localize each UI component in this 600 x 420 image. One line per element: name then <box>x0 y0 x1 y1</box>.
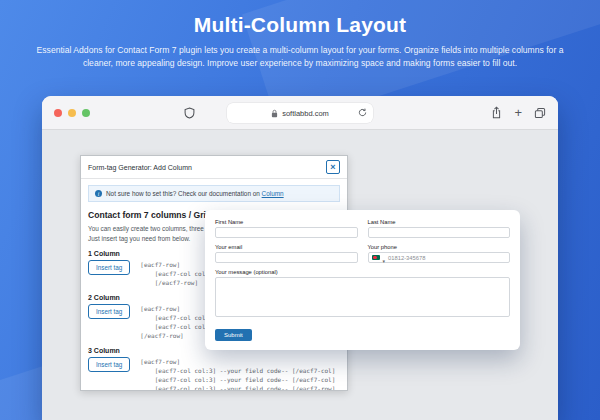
bangladesh-flag-icon <box>372 255 380 261</box>
insert-tag-button[interactable]: Insert tag <box>88 357 130 372</box>
page: Multi-Column Layout Essential Addons for… <box>0 0 600 420</box>
browser-toolbar: softlabbd.com <box>42 96 558 130</box>
share-icon[interactable] <box>491 106 502 119</box>
message-textarea[interactable] <box>215 277 510 317</box>
phone-input[interactable]: 01812-345678 <box>368 252 511 263</box>
zoom-window-button[interactable] <box>82 109 90 117</box>
page-title: Multi-Column Layout <box>0 13 600 37</box>
browser-content: Form-tag Generator: Add Column × Not sur… <box>42 130 558 420</box>
tab-overview-icon[interactable] <box>534 107 546 119</box>
message-field: Your message (optional) <box>215 269 510 317</box>
last-name-field: Last Name <box>368 219 511 238</box>
reload-icon[interactable] <box>358 108 367 117</box>
modal-title: Form-tag Generator: Add Column <box>88 164 192 171</box>
close-window-button[interactable] <box>54 109 62 117</box>
email-label: Your email <box>215 244 358 250</box>
notice-text: Not sure how to set this? Check our docu… <box>106 190 284 197</box>
notice-text-body: Not sure how to set this? Check our docu… <box>106 190 260 197</box>
submit-button[interactable]: Submit <box>215 329 252 341</box>
last-name-input[interactable] <box>368 227 511 238</box>
shortcode-sample: [eacf7-row] [eacf7-col col:3] --your fie… <box>140 357 335 391</box>
info-icon <box>95 190 102 197</box>
lock-icon <box>271 109 278 118</box>
last-name-label: Last Name <box>368 219 511 225</box>
chevron-down-icon <box>383 249 386 267</box>
first-name-field: First Name <box>215 219 358 238</box>
documentation-link[interactable]: Column <box>262 190 284 197</box>
new-tab-icon[interactable] <box>514 108 522 118</box>
documentation-notice: Not sure how to set this? Check our docu… <box>88 185 340 202</box>
submit-row: Submit <box>215 323 510 341</box>
page-description: Essential Addons for Contact Form 7 plug… <box>34 44 566 71</box>
email-input[interactable] <box>215 252 358 263</box>
phone-label: Your phone <box>368 244 511 250</box>
window-controls <box>54 109 90 117</box>
toolbar-actions <box>491 106 546 119</box>
url-text: softlabbd.com <box>282 109 329 118</box>
phone-placeholder: 01812-345678 <box>388 255 425 261</box>
phone-field: Your phone 01812-345678 <box>368 244 511 263</box>
browser-window: softlabbd.com Form-tag Generator: Add Co… <box>42 96 558 420</box>
address-bar[interactable]: softlabbd.com <box>227 103 373 123</box>
form-preview-card: First Name Last Name Your email Your pho… <box>205 210 520 350</box>
insert-tag-button[interactable]: Insert tag <box>88 260 130 275</box>
insert-tag-button[interactable]: Insert tag <box>88 304 130 319</box>
modal-close-button[interactable]: × <box>326 160 340 174</box>
message-label: Your message (optional) <box>215 269 510 275</box>
modal-header: Form-tag Generator: Add Column × <box>81 156 347 179</box>
privacy-shield-icon[interactable] <box>184 107 195 119</box>
first-name-label: First Name <box>215 219 358 225</box>
hero-banner: Multi-Column Layout Essential Addons for… <box>0 0 600 71</box>
minimize-window-button[interactable] <box>68 109 76 117</box>
first-name-input[interactable] <box>215 227 358 238</box>
tag-section-3-column: 3 Column Insert tag [eacf7-row] [eacf7-c… <box>88 347 340 391</box>
email-field: Your email <box>215 244 358 263</box>
